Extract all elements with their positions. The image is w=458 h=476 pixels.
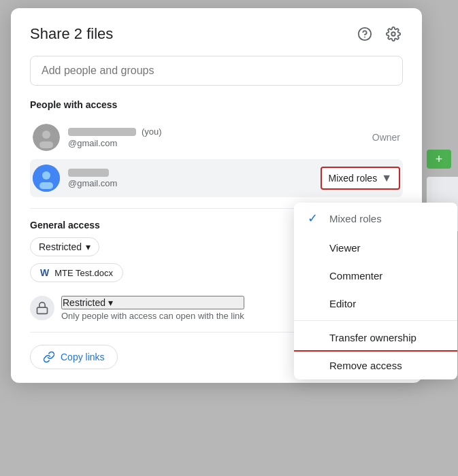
mixed-roles-button[interactable]: Mixed roles ▼ [321,167,400,190]
access-description: Only people with access can open with th… [61,311,244,321]
shared-user-info: @gmail.com [68,169,321,188]
access-type-button[interactable]: Restricted ▾ [61,296,244,309]
owner-avatar [33,124,60,151]
access-text-group: Restricted ▾ Only people with access can… [61,296,244,321]
dropdown-mixed-roles-label: Mixed roles [329,213,382,224]
access-type-chevron: ▾ [108,297,113,308]
shared-user-email: @gmail.com [68,178,321,188]
restricted-chevron: ▾ [86,241,91,252]
people-section-title: People with access [30,99,403,110]
svg-rect-4 [42,131,50,139]
file-chip[interactable]: W MTE Test.docx [30,263,123,282]
svg-rect-7 [42,171,50,180]
svg-rect-5 [39,141,53,148]
dropdown-viewer-label: Viewer [329,242,361,254]
copy-links-label: Copy links [61,352,105,362]
svg-rect-8 [39,182,53,189]
mixed-roles-label: Mixed roles [329,173,378,184]
svg-rect-9 [37,307,48,313]
shared-user-row: @gmail.com Mixed roles ▼ [30,159,403,197]
shared-user-name-blur [68,169,109,177]
access-type-label: Restricted [63,297,105,308]
dropdown-item-remove-access[interactable]: Remove access [294,352,457,379]
dropdown-item-transfer-ownership[interactable]: Transfer ownership [294,324,457,352]
mixed-roles-chevron: ▼ [381,172,392,184]
restricted-button[interactable]: Restricted ▾ [30,237,99,256]
owner-row: (you) @gmail.com Owner [30,118,403,156]
help-button[interactable] [355,24,374,44]
dropdown-divider [294,320,457,321]
file-name: MTE Test.docx [54,268,113,278]
dropdown-commenter-label: Commenter [329,270,382,282]
copy-links-button[interactable]: Copy links [30,345,118,369]
settings-button[interactable] [384,24,403,44]
dropdown-remove-label: Remove access [329,360,402,371]
owner-info: (you) @gmail.com [68,126,367,148]
dropdown-item-mixed-roles[interactable]: ✓ Mixed roles [294,203,457,234]
dropdown-item-viewer[interactable]: Viewer [294,234,457,262]
roles-dropdown-menu: ✓ Mixed roles Viewer Commenter Editor Tr… [294,203,457,379]
dropdown-item-commenter[interactable]: Commenter [294,262,457,290]
dialog-header: Share 2 files [30,24,403,44]
owner-name-blur [68,128,136,136]
restricted-label: Restricted [39,241,82,252]
word-icon: W [40,267,49,278]
owner-email: @gmail.com [68,138,367,148]
owner-you-label: (you) [142,126,162,137]
dropdown-transfer-label: Transfer ownership [329,332,416,343]
svg-point-2 [391,32,395,36]
shared-user-avatar [33,165,60,192]
search-input[interactable] [30,56,403,86]
header-icons [355,24,403,44]
dropdown-item-editor[interactable]: Editor [294,290,457,318]
dialog-title: Share 2 files [30,25,113,43]
owner-role: Owner [367,132,400,143]
dropdown-editor-label: Editor [329,298,356,309]
bg-green-icon: + [427,150,451,169]
check-icon: ✓ [308,211,321,226]
lock-icon-circle [30,296,54,320]
